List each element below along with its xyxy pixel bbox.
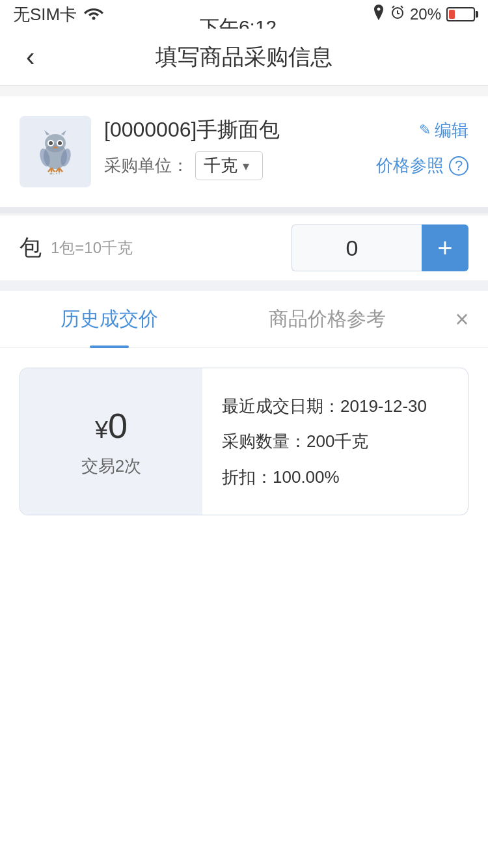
date-label: 最近成交日期： bbox=[222, 396, 340, 416]
product-id: [0000006] bbox=[104, 118, 197, 141]
svg-marker-8 bbox=[44, 130, 49, 135]
price-value: 0 bbox=[108, 406, 128, 445]
svg-point-13 bbox=[58, 141, 62, 145]
price-trade-count: 交易2次 bbox=[81, 455, 141, 478]
battery-icon bbox=[446, 7, 475, 21]
price-card-left: ¥0 交易2次 bbox=[20, 368, 202, 515]
battery-percent: 20% bbox=[410, 5, 441, 23]
product-header: 数计 [0000006]手撕面包 ✎ 编辑 采购单位： 千克 ▾ bbox=[20, 116, 468, 187]
location-icon bbox=[372, 5, 385, 24]
back-button[interactable]: ‹ bbox=[20, 36, 41, 78]
nav-bar: ‹ 填写商品采购信息 bbox=[0, 29, 488, 86]
tab-indicator bbox=[90, 346, 129, 348]
main-divider bbox=[0, 280, 488, 291]
product-logo: 数计 bbox=[33, 129, 78, 174]
price-detail-date: 最近成交日期：2019-12-30 bbox=[222, 394, 448, 418]
tab-product-price-ref[interactable]: 商品价格参考 bbox=[218, 291, 436, 348]
product-name: [0000006]手撕面包 bbox=[104, 116, 280, 144]
edit-label: 编辑 bbox=[435, 119, 468, 142]
svg-point-12 bbox=[49, 141, 53, 145]
price-ref-button[interactable]: 价格参照 ? bbox=[376, 154, 468, 177]
unit-label-text: 采购单位： bbox=[104, 154, 189, 177]
svg-text:数计: 数计 bbox=[49, 172, 61, 174]
product-name-row: [0000006]手撕面包 ✎ 编辑 bbox=[104, 116, 468, 144]
quantity-plus-button[interactable]: + bbox=[422, 224, 468, 271]
status-left: 无SIM卡 bbox=[13, 3, 104, 26]
price-card-area: ¥0 交易2次 最近成交日期：2019-12-30 采购数量：200千克 折扣：… bbox=[0, 348, 488, 535]
price-card-right: 最近成交日期：2019-12-30 采购数量：200千克 折扣：100.00% bbox=[202, 368, 468, 515]
svg-marker-9 bbox=[61, 130, 66, 135]
tab-history-price[interactable]: 历史成交价 bbox=[0, 291, 218, 348]
discount-label: 折扣： bbox=[222, 467, 273, 487]
svg-line-5 bbox=[401, 6, 403, 8]
price-card: ¥0 交易2次 最近成交日期：2019-12-30 采购数量：200千克 折扣：… bbox=[20, 368, 468, 515]
price-detail-quantity: 采购数量：200千克 bbox=[222, 429, 448, 453]
edit-icon: ✎ bbox=[419, 122, 431, 139]
tabs-row: 历史成交价 商品价格参考 × bbox=[0, 291, 488, 348]
quantity-label: 包 1包=10千克 bbox=[20, 233, 133, 263]
status-bar: 无SIM卡 下午6:12 20% bbox=[0, 0, 488, 29]
section-divider bbox=[0, 207, 488, 213]
discount-value: 100.00% bbox=[273, 467, 340, 487]
unit-label: 采购单位： 千克 ▾ bbox=[104, 151, 263, 180]
dropdown-arrow-icon: ▾ bbox=[243, 158, 249, 174]
svg-line-4 bbox=[392, 6, 394, 8]
svg-point-0 bbox=[92, 16, 96, 20]
quantity-unit-name: 包 bbox=[20, 233, 42, 263]
date-value: 2019-12-30 bbox=[340, 396, 427, 416]
product-image: 数计 bbox=[20, 116, 91, 187]
quantity-amount: 200千克 bbox=[306, 431, 368, 451]
quantity-input-group: + bbox=[291, 224, 468, 271]
bottom-panel: 历史成交价 商品价格参考 × ¥0 交易2次 最近成交日期：2019-12-30… bbox=[0, 291, 488, 535]
unit-select[interactable]: 千克 ▾ bbox=[195, 151, 263, 180]
quantity-section: 包 1包=10千克 + bbox=[0, 215, 488, 280]
unit-value: 千克 bbox=[204, 154, 237, 177]
price-ref-info-icon: ? bbox=[449, 156, 468, 176]
price-amount: ¥0 bbox=[95, 405, 128, 446]
edit-button[interactable]: ✎ 编辑 bbox=[419, 119, 468, 142]
currency-symbol: ¥ bbox=[95, 416, 108, 443]
quantity-label-text: 采购数量： bbox=[222, 431, 306, 451]
tab-product-price-ref-label: 商品价格参考 bbox=[269, 306, 386, 332]
tab-history-price-label: 历史成交价 bbox=[61, 306, 158, 332]
wifi-icon bbox=[83, 5, 104, 25]
page-title: 填写商品采购信息 bbox=[156, 42, 332, 72]
alarm-icon bbox=[390, 5, 405, 24]
price-ref-label: 价格参照 bbox=[376, 154, 444, 177]
carrier-text: 无SIM卡 bbox=[13, 3, 77, 26]
product-unit-row: 采购单位： 千克 ▾ 价格参照 ? bbox=[104, 151, 468, 180]
quantity-input[interactable] bbox=[291, 224, 422, 271]
quantity-row: 包 1包=10千克 + bbox=[20, 215, 468, 280]
tab-close-button[interactable]: × bbox=[436, 291, 488, 348]
quantity-unit-hint: 1包=10千克 bbox=[51, 237, 133, 258]
status-right: 20% bbox=[372, 5, 475, 24]
main-content bbox=[0, 535, 488, 868]
price-detail-discount: 折扣：100.00% bbox=[222, 465, 448, 489]
product-info: [0000006]手撕面包 ✎ 编辑 采购单位： 千克 ▾ 价格参照 ? bbox=[104, 116, 468, 180]
product-card: 数计 [0000006]手撕面包 ✎ 编辑 采购单位： 千克 ▾ bbox=[0, 96, 488, 207]
product-title: 手撕面包 bbox=[197, 118, 280, 141]
